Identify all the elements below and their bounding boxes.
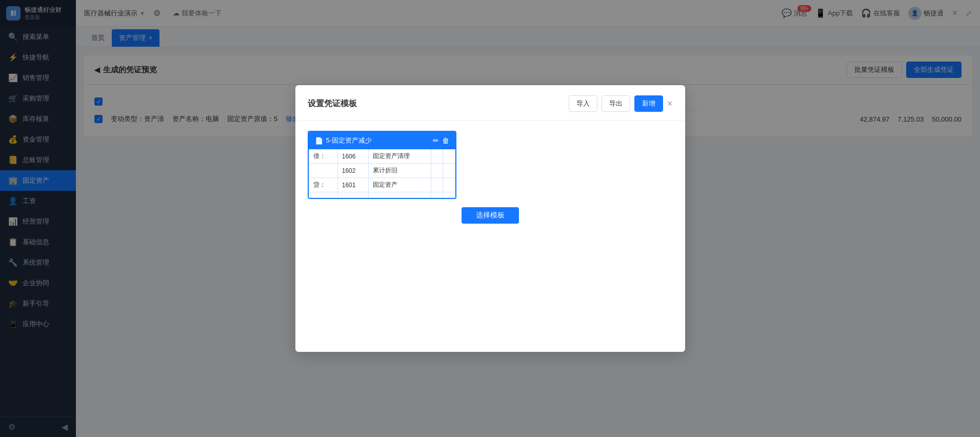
template-edit-icon[interactable]: ✏ <box>433 136 439 145</box>
modal-toolbar: 导入 导出 新增 <box>565 95 663 112</box>
template-row-1: 借： 1606 固定资产清理 <box>309 149 455 164</box>
empty-5 <box>443 192 455 198</box>
debit-credit-type: 借： <box>309 149 337 164</box>
select-template-button[interactable]: 选择模板 <box>462 207 519 224</box>
modal-body: 📄 5-固定资产减少 ✏ 🗑 借： <box>295 121 685 352</box>
col4-3 <box>443 178 455 192</box>
template-card-header-left: 📄 5-固定资产减少 <box>315 136 372 145</box>
debit-credit-type-2 <box>309 164 337 178</box>
account-code-3: 1601 <box>337 178 368 192</box>
template-card-header-actions: ✏ 🗑 <box>433 136 449 145</box>
account-name: 固定资产清理 <box>368 149 431 164</box>
template-table: 借： 1606 固定资产清理 1602 累计折旧 <box>309 149 455 198</box>
modal-overlay: 设置凭证模板 导入 导出 新增 × <box>76 47 980 437</box>
debit-credit-type-3: 贷： <box>309 178 337 192</box>
template-card: 📄 5-固定资产减少 ✏ 🗑 借： <box>308 131 456 199</box>
col3 <box>431 149 443 164</box>
template-header-label: 5-固定资产减少 <box>326 136 372 145</box>
account-code-2: 1602 <box>337 164 368 178</box>
empty-4 <box>431 192 443 198</box>
empty-1 <box>309 192 337 198</box>
col3-2 <box>431 164 443 178</box>
empty-3 <box>368 192 431 198</box>
new-template-button[interactable]: 新增 <box>634 95 663 112</box>
modal-close-button[interactable]: × <box>667 99 673 108</box>
empty-2 <box>337 192 368 198</box>
template-delete-icon[interactable]: 🗑 <box>442 136 449 145</box>
template-row-2: 1602 累计折旧 <box>309 164 455 178</box>
main-area: 医疗器械行业演示 ▼ ⚙ ☁ 我要体验一下 💬 消息 99+ 📱 App下载 <box>76 0 980 437</box>
modal-header: 设置凭证模板 导入 导出 新增 × <box>295 85 685 121</box>
template-doc-icon: 📄 <box>315 137 323 145</box>
col4 <box>443 149 455 164</box>
account-name-2: 累计折旧 <box>368 164 431 178</box>
col3-3 <box>431 178 443 192</box>
import-button[interactable]: 导入 <box>569 95 597 112</box>
account-name-3: 固定资产 <box>368 178 431 192</box>
account-code: 1606 <box>337 149 368 164</box>
template-row-3: 贷： 1601 固定资产 <box>309 178 455 192</box>
content-area: ◀ 生成的凭证预览 批量凭证模板 全部生成凭证 变动类型：资产清 资产名称：电脑… <box>76 47 980 437</box>
template-row-4 <box>309 192 455 198</box>
voucher-template-modal: 设置凭证模板 导入 导出 新增 × <box>295 85 685 352</box>
export-button[interactable]: 导出 <box>602 95 630 112</box>
modal-title: 设置凭证模板 <box>308 98 357 109</box>
modal-header-right: 导入 导出 新增 × <box>565 95 673 112</box>
template-card-header: 📄 5-固定资产减少 ✏ 🗑 <box>309 132 455 149</box>
col4-2 <box>443 164 455 178</box>
